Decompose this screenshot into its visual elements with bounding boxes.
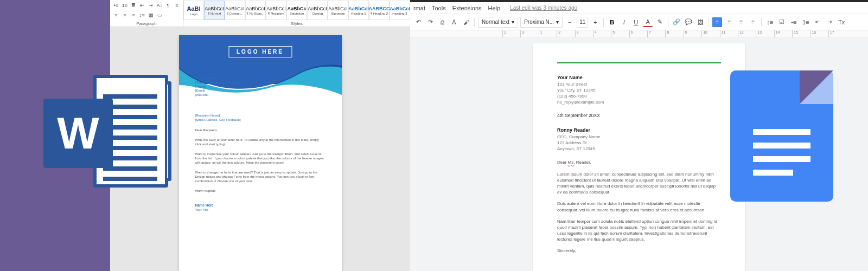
menu-tools[interactable]: Tools — [432, 5, 446, 11]
sender-company[interactable]: [Company Name] — [195, 76, 326, 81]
style-no-spacing[interactable]: AaBbCcI¶ No Spac... — [245, 1, 266, 20]
outdent-icon[interactable]: ⇤ — [813, 17, 822, 27]
paint-format-icon[interactable]: 🖌 — [461, 17, 471, 27]
style-heading2[interactable]: AABBCC¶ Heading 2 — [369, 1, 390, 20]
highlight-icon[interactable]: ✎ — [655, 17, 665, 27]
your-addr1[interactable]: 123 Your Street — [557, 81, 721, 87]
multilevel-icon[interactable]: ≣ — [130, 2, 137, 9]
menu-format[interactable]: rmat — [413, 5, 425, 11]
font-size-input[interactable]: 11 — [577, 17, 588, 28]
signature-name[interactable]: Name Here — [195, 203, 326, 208]
closing[interactable]: Sincerely, — [557, 248, 721, 254]
style-recipient[interactable]: AaBbCcI¶ Recipient — [266, 1, 286, 20]
align-left-icon[interactable]: ≡ — [712, 17, 722, 27]
font-size-increase[interactable]: + — [590, 17, 600, 27]
styles-gallery[interactable]: AaBlLogo AaBbCcI¶ Normal AaBbCcI¶ Contac… — [183, 0, 410, 21]
recipient-address[interactable]: [Street Address, City, Postcode] — [195, 118, 326, 122]
your-phone[interactable]: (123) 456-7890 — [557, 93, 721, 99]
spellcheck-icon[interactable]: Ä — [449, 17, 459, 27]
clear-format-icon[interactable]: Tx — [837, 17, 846, 27]
menu-help[interactable]: Help — [488, 5, 501, 11]
menu-extensions[interactable]: Extensions — [452, 5, 482, 11]
spelling-flagged[interactable]: Ms. — [568, 160, 575, 165]
numbering-icon[interactable]: 1≡ — [121, 2, 129, 9]
line-spacing-icon[interactable]: ↕≡ — [765, 17, 775, 27]
style-closing[interactable]: AaBbCcIClosing — [307, 1, 328, 20]
indent-icon[interactable]: ⇥ — [825, 17, 834, 27]
insert-image-icon[interactable]: 🖼 — [695, 17, 705, 27]
text-color-icon[interactable]: A — [643, 17, 653, 27]
sender-website[interactable]: [Website] — [195, 93, 326, 98]
bulleted-list-icon[interactable]: •≡ — [789, 17, 799, 27]
bold-icon[interactable]: B — [607, 17, 617, 27]
last-edit-link[interactable]: Last edit was 3 minutes ago — [510, 5, 577, 11]
underline-icon[interactable]: U — [631, 17, 641, 27]
sender-email[interactable]: [Email] — [195, 89, 326, 93]
recipient-block[interactable]: [Recipient Name] [Street Address, City, … — [195, 114, 326, 122]
your-addr2[interactable]: Your City, ST 12345 — [557, 87, 721, 93]
bullets-icon[interactable]: •≡ — [112, 2, 120, 9]
borders-icon[interactable]: ▭ — [156, 11, 163, 19]
style-heading1[interactable]: AaBbCcIHeading 1 — [348, 1, 369, 20]
sender-block[interactable]: [Company Name] [Street Address, City, Po… — [195, 76, 326, 98]
recipient-addr1[interactable]: 123 Address St — [557, 140, 721, 146]
paragraph-style-select[interactable]: Normal text▾ — [478, 17, 518, 28]
ribbon-group-styles: AaBlLogo AaBbCcI¶ Normal AaBbCcI¶ Contac… — [183, 0, 410, 27]
numbered-list-icon[interactable]: 1≡ — [801, 17, 810, 27]
your-name[interactable]: Your Name — [557, 74, 721, 81]
align-center-icon[interactable]: ≡ — [112, 11, 120, 19]
style-heading3[interactable]: AaBbCcIHeading 3 — [390, 1, 410, 20]
letter-body[interactable]: [Company Name] [Street Address, City, Po… — [179, 101, 342, 212]
recipient-title[interactable]: CEO, Company Name — [557, 134, 721, 140]
undo-icon[interactable]: ↶ — [413, 17, 423, 27]
gdocs-page[interactable]: Your Name 123 Your Street Your City, ST … — [533, 43, 745, 271]
align-left-icon[interactable]: ≡ — [173, 2, 181, 9]
body-paragraph-2[interactable]: Want to customise your colour palette? J… — [195, 152, 326, 165]
justify-icon[interactable]: ≡ — [130, 11, 137, 19]
style-normal[interactable]: AaBbCcI¶ Normal — [204, 1, 225, 20]
sort-icon[interactable]: A↓ — [156, 2, 163, 9]
align-right-icon[interactable]: ≡ — [121, 11, 129, 19]
letter-date[interactable]: 4th September 20XX — [557, 113, 721, 119]
italic-icon[interactable]: I — [619, 17, 629, 27]
align-center-icon[interactable]: ≡ — [724, 17, 734, 27]
line-spacing-icon[interactable]: ↕≡ — [138, 11, 146, 19]
style-signature[interactable]: AaBbCcISignature — [328, 1, 348, 20]
style-contact[interactable]: AaBbCcI¶ Contact... — [225, 1, 245, 20]
checklist-icon[interactable]: ☑ — [777, 17, 787, 27]
word-page[interactable]: LOGO HERE [Company Name] [Street Address… — [179, 35, 342, 271]
show-marks-icon[interactable]: ¶ — [164, 2, 172, 9]
body-paragraph-1[interactable]: Write the body of your letter here. To u… — [195, 138, 326, 146]
recipient-addr2[interactable]: Anytown, ST 12345 — [557, 146, 721, 152]
logo-placeholder[interactable]: LOGO HERE — [228, 46, 292, 57]
indent-icon[interactable]: ⇥ — [147, 2, 155, 9]
shading-icon[interactable]: ▦ — [147, 11, 155, 19]
recipient-name[interactable]: Ronny Reader — [557, 127, 721, 134]
gdocs-menubar: rmat Tools Extensions Help Last edit was… — [410, 2, 868, 14]
salutation[interactable]: Dear Recipient, — [195, 128, 326, 132]
align-justify-icon[interactable]: ≡ — [748, 17, 758, 27]
body-paragraph-1[interactable]: Lorem ipsum dolor sit amet, consectetuer… — [557, 171, 721, 196]
body-paragraph-3[interactable]: Nam liber tempor cum soluta nobis eleife… — [557, 218, 721, 243]
sender-phone[interactable]: [Phone] — [195, 85, 326, 89]
sender-address[interactable]: [Street Address, City, Postcode] — [195, 81, 326, 85]
insert-link-icon[interactable]: 🔗 — [672, 17, 681, 27]
style-logo[interactable]: AaBlLogo — [183, 1, 204, 20]
signature-title[interactable]: Your Title — [195, 208, 326, 212]
insert-comment-icon[interactable]: 💬 — [684, 17, 693, 27]
print-icon[interactable]: ⎙ — [437, 17, 447, 27]
salutation-line[interactable]: Dear Ms. Reader, — [557, 159, 721, 165]
your-email[interactable]: no_reply@example.com — [557, 99, 721, 105]
body-paragraph-2[interactable]: Duis autem vel eum iriure dolor in hendr… — [557, 201, 721, 212]
align-right-icon[interactable]: ≡ — [736, 17, 746, 27]
font-size-decrease[interactable]: − — [565, 17, 575, 27]
redo-icon[interactable]: ↷ — [425, 17, 435, 27]
recipient-name[interactable]: [Recipient Name] — [195, 114, 326, 118]
body-paragraph-3[interactable]: Want to change the fonts that are used? … — [195, 170, 326, 183]
style-salutation[interactable]: AaBbCcSalutation — [286, 1, 307, 20]
gdocs-ruler[interactable]: 1 2 1 2 3 4 5 6 7 8 9 10 11 12 13 14 15 … — [410, 30, 868, 38]
closing[interactable]: Warm regards, — [195, 189, 326, 193]
outdent-icon[interactable]: ⇤ — [138, 2, 146, 9]
font-family-select[interactable]: Proxima N...▾ — [520, 17, 563, 28]
letter-body[interactable]: Dear Ms. Reader, Lorem ipsum dolor sit a… — [557, 159, 721, 254]
